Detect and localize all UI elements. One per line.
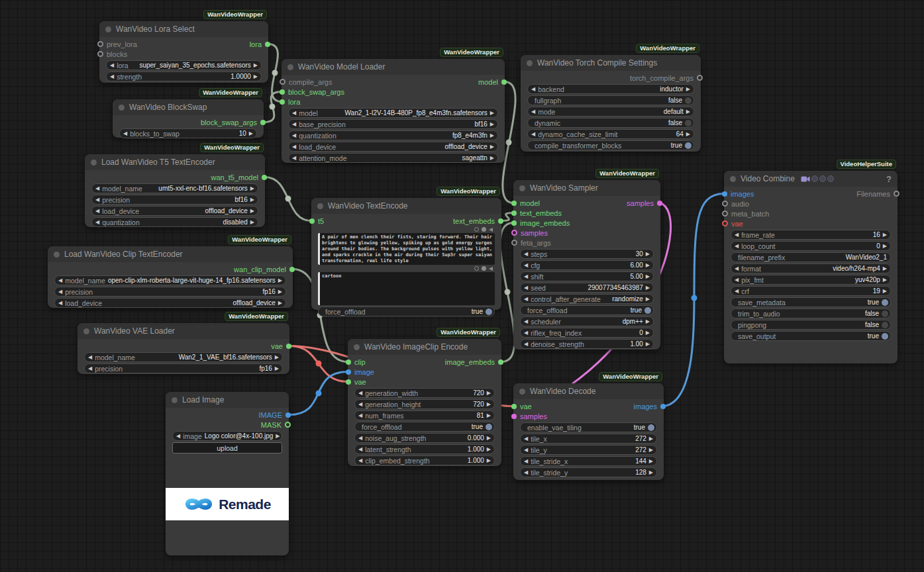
output-slot-wan-t5-model[interactable]: wan_t5_model: [211, 173, 260, 181]
widget-crf[interactable]: ◀crf19▶: [731, 286, 891, 296]
right-arrow-icon[interactable]: ▶: [275, 355, 279, 360]
toggle-knob[interactable]: [882, 310, 888, 317]
left-arrow-icon[interactable]: ◀: [735, 289, 739, 294]
input-slot-meta-batch[interactable]: meta_batch: [729, 210, 769, 218]
input-dot[interactable]: [511, 220, 517, 226]
input-slot-samples[interactable]: samples: [518, 412, 547, 420]
right-arrow-icon[interactable]: ▶: [686, 109, 690, 115]
left-arrow-icon[interactable]: ◀: [58, 301, 62, 306]
right-arrow-icon[interactable]: ▶: [883, 266, 887, 271]
collapse-icon[interactable]: [354, 344, 360, 350]
left-arrow-icon[interactable]: ◀: [735, 277, 739, 283]
widget-cfg[interactable]: ◀cfg6.00▶: [520, 260, 654, 270]
node-header[interactable]: WanVideo Sampler: [513, 180, 660, 196]
input-slot-audio[interactable]: audio: [729, 200, 749, 208]
collapse-icon[interactable]: [91, 160, 97, 166]
widget-blocks-to-swap[interactable]: ◀blocks_to_swap10▶: [119, 128, 257, 138]
input-dot[interactable]: [722, 201, 728, 207]
right-arrow-icon[interactable]: ▶: [883, 289, 887, 294]
left-arrow-icon[interactable]: ◀: [292, 133, 296, 138]
right-arrow-icon[interactable]: ▶: [490, 133, 494, 138]
input-dot[interactable]: [97, 41, 103, 47]
input-dot[interactable]: [511, 414, 517, 419]
widget-attention-mode[interactable]: ◀attention_modesageattn▶: [288, 153, 498, 163]
right-arrow-icon[interactable]: ▶: [487, 458, 491, 463]
node-wanvideo-lora-select[interactable]: WanVideoWrapperWanVideo Lora Selectprev_…: [99, 21, 268, 83]
right-arrow-icon[interactable]: ▶: [254, 74, 258, 79]
output-dot[interactable]: [894, 191, 899, 197]
right-arrow-icon[interactable]: ▶: [275, 366, 279, 371]
positive-prompt-textarea[interactable]: A pair of men clench their fists, starin…: [318, 233, 495, 265]
collapse-icon[interactable]: [119, 105, 125, 111]
output-slot-samples[interactable]: samples: [627, 199, 656, 207]
widget-quantization[interactable]: ◀quantizationdisabled▶: [91, 217, 258, 227]
widget-force-offload[interactable]: force_offloadtrue: [520, 305, 654, 315]
left-arrow-icon[interactable]: ◀: [524, 459, 528, 464]
node-wanvideo-torch-compile-settings[interactable]: WanVideoWrapperWanVideo Torch Compile Se…: [521, 55, 701, 152]
node-header[interactable]: WanVideo TextEncode: [311, 198, 501, 214]
upload-button[interactable]: upload: [172, 442, 282, 453]
widget-frame-rate[interactable]: ◀frame_rate16▶: [731, 230, 891, 240]
left-arrow-icon[interactable]: ◀: [358, 458, 362, 463]
input-slot-compile-args[interactable]: compile_args: [286, 78, 332, 86]
widget-num-frames[interactable]: ◀num_frames81▶: [354, 410, 495, 420]
right-arrow-icon[interactable]: ▶: [250, 197, 254, 203]
collapse-icon[interactable]: [519, 389, 525, 395]
toggle-knob[interactable]: [644, 307, 651, 314]
node-load-wanvideo-t5-textencoder[interactable]: WanVideoWrapperLoad WanVideo T5 TextEnco…: [85, 154, 265, 227]
input-dot[interactable]: [346, 379, 351, 385]
widget-model-name[interactable]: ◀model_nameumt5-xxl-enc-bf16.safetensors…: [91, 183, 258, 193]
input-dot[interactable]: [511, 240, 517, 246]
widget-load-device[interactable]: ◀load_deviceoffload_device▶: [54, 298, 286, 308]
output-slot-images[interactable]: images: [634, 403, 659, 410]
widget-latent-strength[interactable]: ◀latent_strength1.000▶: [354, 444, 495, 454]
collapse-icon[interactable]: [317, 203, 323, 209]
left-arrow-icon[interactable]: ◀: [524, 252, 528, 257]
left-arrow-icon[interactable]: ◀: [358, 391, 362, 396]
output-slot-block-swap-args[interactable]: block_swap_args: [201, 119, 259, 126]
collapse-icon[interactable]: [287, 64, 293, 70]
node-header[interactable]: WanVideo BlockSwap: [113, 99, 264, 115]
left-arrow-icon[interactable]: ◀: [95, 220, 99, 225]
right-arrow-icon[interactable]: ▶: [276, 434, 280, 439]
widget-shift[interactable]: ◀shift5.00▶: [520, 271, 654, 281]
node-header[interactable]: WanVideo Lora Select: [99, 21, 268, 37]
speaker-icon[interactable]: [489, 267, 493, 271]
negative-prompt-textarea[interactable]: cartoon: [318, 272, 495, 305]
widget-dynamo-cache-size-limit[interactable]: ◀dynamo_cache_size_limit64▶: [527, 129, 694, 139]
input-slot-image-embeds[interactable]: image_embeds: [518, 219, 570, 227]
input-slot-lora[interactable]: lora: [286, 98, 300, 106]
widget-denoise-strength[interactable]: ◀denoise_strength1.00▶: [520, 339, 654, 349]
widget-model-name[interactable]: ◀model_nameopen-clip-xlm-roberta-large-v…: [54, 275, 286, 285]
input-dot[interactable]: [511, 201, 517, 206]
widget-backend[interactable]: ◀backendinductor▶: [527, 84, 694, 94]
right-arrow-icon[interactable]: ▶: [278, 301, 282, 306]
left-arrow-icon[interactable]: ◀: [358, 402, 362, 407]
node-header[interactable]: Video Combine?: [724, 171, 898, 187]
output-dot[interactable]: [697, 75, 703, 81]
circle-icon[interactable]: [474, 266, 479, 271]
left-arrow-icon[interactable]: ◀: [292, 111, 296, 116]
left-arrow-icon[interactable]: ◀: [531, 87, 535, 92]
node-option-icon[interactable]: [819, 175, 826, 182]
widget-precision[interactable]: ◀precisionfp16▶: [84, 363, 283, 373]
widget-precision[interactable]: ◀precisionbf16▶: [91, 195, 258, 205]
input-dot[interactable]: [722, 191, 727, 197]
left-arrow-icon[interactable]: ◀: [176, 434, 180, 439]
output-dot[interactable]: [265, 42, 270, 47]
widget-seed[interactable]: ◀seed290077345463987▶: [520, 283, 654, 293]
left-arrow-icon[interactable]: ◀: [524, 330, 528, 336]
toggle-knob[interactable]: [486, 309, 492, 315]
input-slot-t5[interactable]: t5: [316, 217, 324, 225]
collapse-icon[interactable]: [730, 176, 736, 182]
node-load-image[interactable]: Load ImageIMAGEMASK◀imageLogo color@4x-1…: [166, 392, 289, 555]
left-arrow-icon[interactable]: ◀: [292, 144, 296, 150]
input-slot-text-embeds[interactable]: text_embeds: [518, 209, 562, 217]
input-dot[interactable]: [511, 404, 517, 409]
node-wanvideo-blockswap[interactable]: WanVideoWrapperWanVideo BlockSwapblock_s…: [113, 99, 264, 138]
node-wanvideo-decode[interactable]: WanVideoWrapperWanVideo Decodevaeimagess…: [513, 383, 664, 480]
node-wanvideo-vae-loader[interactable]: WanVideoWrapperWanVideo VAE Loadervae◀mo…: [77, 323, 289, 374]
left-arrow-icon[interactable]: ◀: [524, 297, 528, 302]
widget-format[interactable]: ◀formatvideo/h264-mp4▶: [731, 263, 891, 273]
left-arrow-icon[interactable]: ◀: [735, 266, 739, 271]
